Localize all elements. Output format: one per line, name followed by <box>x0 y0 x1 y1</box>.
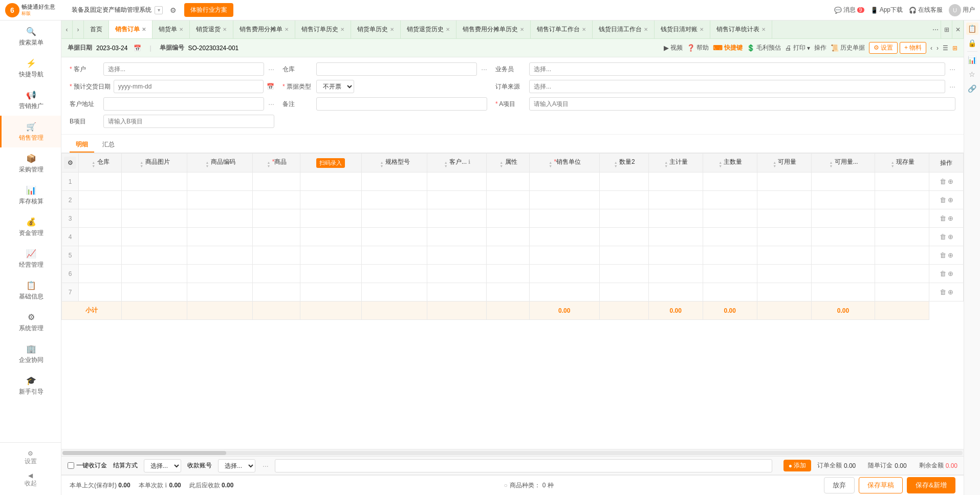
shortcut-btn[interactable]: ⌨ 快捷键 <box>713 44 743 52</box>
tab-sales-order-workspace-close[interactable]: ✕ <box>582 27 586 32</box>
a-project-input[interactable] <box>529 97 955 111</box>
right-panel-clipboard[interactable]: 📋 <box>966 23 978 35</box>
customer-input[interactable] <box>103 62 264 76</box>
row-delete-icon[interactable]: 🗑 <box>940 214 946 222</box>
prev-record-btn[interactable]: ‹ <box>930 45 932 52</box>
tab-close-all-btn[interactable]: ✕ <box>952 20 964 38</box>
amount-input[interactable]: 0.00 <box>275 459 772 472</box>
row-copy-icon[interactable]: ⊕ <box>948 214 953 222</box>
tab-sales-refund[interactable]: 销货退货 ✕ <box>190 20 233 38</box>
tab-cash-daily-workspace[interactable]: 钱货日清工作台 ✕ <box>593 20 655 38</box>
product-sort[interactable]: ▲▼ <box>267 161 270 168</box>
action-btn[interactable]: 操作 <box>814 44 826 52</box>
tab-sales-stats-close[interactable]: ✕ <box>761 27 766 32</box>
warehouse-input[interactable]: 成品库 <box>316 62 477 76</box>
customer-field-sort[interactable]: ▲▼ <box>444 161 448 168</box>
app-download-btn[interactable]: 📱 App下载 <box>870 6 903 14</box>
row-copy-icon[interactable]: ⊕ <box>948 178 953 185</box>
profit-btn[interactable]: 💲 毛利预估 <box>747 44 781 52</box>
sidebar-item-operation[interactable]: 📈 经营管理 <box>0 243 61 274</box>
tab-sales-order-workspace[interactable]: 销售订单工作台 ✕ <box>531 20 593 38</box>
view-btn[interactable]: ▶ 视频 <box>664 44 683 52</box>
help-btn[interactable]: ❓ 帮助 <box>687 44 709 52</box>
customer-field-info[interactable]: ℹ <box>468 159 470 165</box>
table-scrollbar[interactable] <box>61 449 964 456</box>
available-sort[interactable]: ▲▼ <box>773 161 776 168</box>
order-source-input[interactable] <box>529 80 945 93</box>
remark-input[interactable] <box>316 97 487 111</box>
grid-view-btn[interactable]: ⊞ <box>952 45 957 52</box>
tab-sales-refund-close[interactable]: ✕ <box>223 27 227 32</box>
row-delete-icon[interactable]: 🗑 <box>940 251 946 259</box>
sidebar-item-system[interactable]: ⚙ 系统管理 <box>0 306 61 338</box>
row-delete-icon[interactable]: 🗑 <box>940 288 946 296</box>
delivery-date-input[interactable] <box>114 80 264 93</box>
settings-icon[interactable]: ⚙ <box>167 4 179 16</box>
sidebar-item-search[interactable]: 🔍 搜索菜单 <box>0 20 61 52</box>
tab-cash-daily-reconcile[interactable]: 钱货日清对账 ✕ <box>655 20 710 38</box>
one-click-checkbox[interactable]: 一键收订金 <box>68 461 107 470</box>
available2-sort[interactable]: ▲▼ <box>829 161 833 168</box>
table-settings-icon[interactable]: ⚙ <box>64 157 76 169</box>
tab-sales-order-history-close[interactable]: ✕ <box>340 27 344 32</box>
row-delete-icon[interactable]: 🗑 <box>940 233 946 241</box>
b-project-input[interactable] <box>103 115 274 128</box>
tab-sales-order-history[interactable]: 销售订单历史 ✕ <box>295 20 351 38</box>
right-panel-chart[interactable]: 📊 <box>966 54 978 66</box>
account-more-btn[interactable]: ··· <box>263 462 269 470</box>
tab-home[interactable]: 首页 <box>84 20 109 38</box>
print-btn[interactable]: 🖨 打印 ▾ <box>785 44 810 52</box>
row-copy-icon[interactable]: ⊕ <box>948 233 953 241</box>
invoice-type-select[interactable]: 不开票 <box>316 80 354 93</box>
user-menu[interactable]: U 用户 <box>949 4 975 16</box>
sidebar-item-basic[interactable]: 📋 基础信息 <box>0 274 61 306</box>
account-select[interactable]: 选择... <box>218 459 255 472</box>
tab-sales-return-history-close[interactable]: ✕ <box>390 27 394 32</box>
payment-method-select[interactable]: 选择... <box>144 459 181 472</box>
next-record-btn[interactable]: › <box>937 45 939 52</box>
right-panel-star[interactable]: ☆ <box>966 68 978 80</box>
sidebar-item-marketing[interactable]: 📢 营销推广 <box>0 84 61 116</box>
address-more-btn[interactable]: ··· <box>268 100 274 108</box>
tab-sales-return-close[interactable]: ✕ <box>179 27 183 32</box>
detail-tab-detail[interactable]: 明细 <box>70 138 94 153</box>
sidebar-item-purchase[interactable]: 📦 采购管理 <box>0 147 61 179</box>
tab-sales-expense[interactable]: 销售费用分摊单 ✕ <box>233 20 295 38</box>
list-view-btn[interactable]: ☰ <box>943 45 948 52</box>
tab-sales-refund-history-close[interactable]: ✕ <box>446 27 450 32</box>
row-copy-icon[interactable]: ⊕ <box>948 251 953 259</box>
add-material-btn[interactable]: + 物料 <box>900 42 926 54</box>
right-panel-lock[interactable]: 🔒 <box>966 37 978 49</box>
stock-sort[interactable]: ▲▼ <box>891 161 895 168</box>
tab-next-btn[interactable]: › <box>73 20 84 38</box>
tab-more-btn[interactable]: ⋯ <box>930 20 941 38</box>
tab-sales-stats[interactable]: 销售订单统计表 ✕ <box>710 20 772 38</box>
salesperson-more-btn[interactable]: ··· <box>949 65 955 73</box>
sales-unit-sort[interactable]: ▲▼ <box>549 161 552 168</box>
tab-prev-btn[interactable]: ‹ <box>61 20 73 38</box>
row-delete-icon[interactable]: 🗑 <box>940 270 946 277</box>
tab-cash-daily-workspace-close[interactable]: ✕ <box>644 27 648 32</box>
sidebar-item-finance[interactable]: 💰 资金管理 <box>0 211 61 243</box>
sidebar-collapse[interactable]: ◀ 收起 <box>0 469 61 491</box>
salesperson-input[interactable] <box>529 62 945 76</box>
tab-cash-daily-reconcile-close[interactable]: ✕ <box>700 27 704 32</box>
settings-form-btn[interactable]: ⚙ 设置 <box>869 42 898 54</box>
message-btn[interactable]: 💬 消息 9 <box>834 6 864 14</box>
warehouse-sort[interactable]: ▲▼ <box>92 161 95 168</box>
qty2-sort[interactable]: ▲▼ <box>614 161 618 168</box>
warehouse-more-btn[interactable]: ··· <box>481 65 487 73</box>
tab-sales-expense-close[interactable]: ✕ <box>285 27 289 32</box>
col-settings[interactable]: ⚙ <box>62 154 79 173</box>
main-unit-sort[interactable]: ▲▼ <box>664 161 668 168</box>
online-service-btn[interactable]: 🎧 在线客服 <box>909 6 943 14</box>
sidebar-item-enterprise[interactable]: 🏢 企业协同 <box>0 338 61 370</box>
spec-sort[interactable]: ▲▼ <box>380 161 383 168</box>
add-btn[interactable]: ● 添加 <box>783 460 811 471</box>
sidebar-item-sales[interactable]: 🛒 销售管理 <box>0 116 61 147</box>
tab-sales-refund-history[interactable]: 销货退货历史 ✕ <box>401 20 456 38</box>
calendar-icon[interactable]: 📅 <box>267 83 274 90</box>
history-btn[interactable]: 📜 历史单据 <box>831 44 865 52</box>
row-delete-icon[interactable]: 🗑 <box>940 178 946 185</box>
tab-sales-order[interactable]: 销售订单 ✕ <box>109 20 153 38</box>
